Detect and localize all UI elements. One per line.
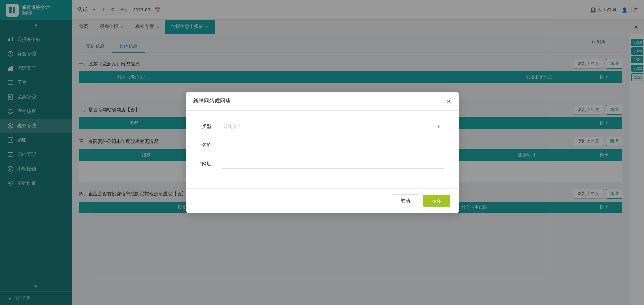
save-btn[interactable]: 保存 [423,195,450,207]
dialog-body: *类型 ▼ *名称 *网址 [186,111,459,188]
form-row-name: *名称 [200,140,444,150]
dialog-title: 新增网站或网店 [193,98,231,105]
url-label: *网址 [200,161,222,167]
url-input[interactable] [222,159,444,169]
required-star: * [200,124,202,129]
url-input-wrap [222,159,444,169]
dialog-overlay: 新增网站或网店 ✕ *类型 ▼ *名称 [0,0,644,305]
name-input[interactable] [222,140,444,150]
dialog-close-btn[interactable]: ✕ [446,98,451,105]
add-website-dialog: 新增网站或网店 ✕ *类型 ▼ *名称 [186,92,459,213]
name-input-wrap [222,140,444,150]
dialog-footer: 取消 保存 [186,188,459,213]
dialog-header: 新增网站或网店 ✕ [186,92,459,111]
name-label: *名称 [200,142,222,148]
required-star3: * [200,161,202,166]
type-input-wrap: ▼ [222,121,444,131]
type-label: *类型 [200,123,222,130]
form-row-url: *网址 [200,159,444,169]
form-row-type: *类型 ▼ [200,121,444,131]
type-input[interactable] [222,121,444,131]
required-star2: * [200,142,202,148]
cancel-btn[interactable]: 取消 [392,194,419,207]
